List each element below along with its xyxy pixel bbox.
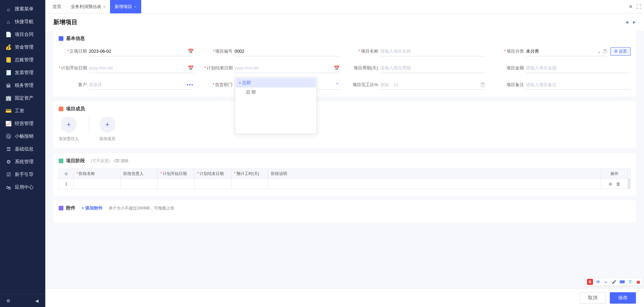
g-icon: Ⓖ	[5, 133, 11, 139]
end-date-input[interactable]	[234, 65, 331, 70]
add-attachment-link[interactable]: + 添加附件	[82, 205, 103, 211]
section-icon	[59, 206, 63, 210]
sidebar-item-project-contract[interactable]: 📄项目合同	[0, 28, 45, 41]
close-icon[interactable]: ×	[103, 5, 105, 9]
sidebar-item-baseinfo[interactable]: ☰基础信息	[0, 143, 45, 156]
tab-profit-estimate[interactable]: 业务利润预估表×	[66, 0, 110, 13]
chevron-down-icon[interactable]: ⌄	[597, 49, 601, 54]
tab-home[interactable]: 首页	[48, 0, 66, 13]
section-icon	[59, 107, 63, 111]
phase-desc-cell[interactable]	[268, 179, 601, 189]
sidebar: ⌕ 搜索菜单 ⌂快捷导航 📄项目合同 💰资金管理 📒总账管理 🧾发票管理 🏛税务…	[0, 0, 45, 307]
home-icon: ⌂	[5, 19, 11, 25]
section-icon	[59, 159, 63, 163]
close-icon[interactable]: ×	[134, 5, 136, 9]
attach-hint: 单个大小不超过200MB，可拖拽上传	[109, 205, 174, 211]
table-gear-icon[interactable]: ⚙	[64, 172, 68, 176]
money-icon: 💰	[5, 44, 11, 50]
sidebar-item-invoice[interactable]: 🧾发票管理	[0, 66, 45, 79]
tax-icon: 🏛	[5, 82, 11, 88]
sidebar-search-label: 搜索菜单	[15, 6, 34, 12]
calendar-icon[interactable]: 📅	[188, 65, 194, 71]
ime-lang-icon[interactable]: 中	[595, 279, 601, 285]
chart-icon: 📈	[5, 121, 11, 127]
phase-end-cell[interactable]	[195, 179, 231, 189]
tabbar: 首页 业务利润预估表× 新增项目× ✕ ⛶	[45, 0, 644, 13]
sidebar-item-ledger[interactable]: 📒总账管理	[0, 54, 45, 66]
section-icon	[59, 36, 63, 41]
amount-input[interactable]	[526, 65, 631, 70]
help-icon[interactable]: ?	[603, 49, 607, 54]
next-icon[interactable]: ▶	[633, 20, 636, 24]
row-index: 1	[59, 179, 74, 189]
help-icon[interactable]: ?	[480, 82, 485, 87]
sidebar-item-guide[interactable]: ☑新手引导	[0, 168, 45, 181]
calendar-icon[interactable]: 📅	[188, 49, 194, 54]
period-input[interactable]	[380, 65, 485, 70]
remark-input[interactable]	[526, 82, 631, 87]
tree-item-root[interactable]: ▾总部	[236, 78, 316, 87]
code-input[interactable]	[234, 49, 339, 54]
sidebar-item-business[interactable]: 📈经营管理	[0, 117, 45, 130]
doc-icon: 📄	[5, 32, 11, 38]
prev-icon[interactable]: ◀	[625, 20, 628, 24]
phases-card: 项目阶段 (可不设置) ⌫ 清除 ⚙ *阶段名称 阶段负责人 *计划开始日期 *…	[53, 153, 636, 196]
sidebar-item-assets[interactable]: 🏢固定资产	[0, 92, 45, 105]
chevron-up-icon[interactable]: ⌃	[335, 82, 339, 87]
date-input[interactable]	[89, 49, 186, 54]
ime-toolbox-icon[interactable]: ▦	[635, 279, 641, 285]
list-icon: ☰	[5, 146, 11, 152]
name-input[interactable]	[380, 49, 485, 54]
add-owner-button[interactable]: +	[61, 117, 77, 133]
sidebar-item-tax[interactable]: 🏛税务管理	[0, 79, 45, 92]
sidebar-item-quicknav[interactable]: ⌂快捷导航	[0, 15, 45, 28]
clear-phases-button[interactable]: ⌫ 清除	[114, 158, 128, 164]
start-date-input[interactable]	[89, 65, 186, 70]
ime-s-icon[interactable]: S	[587, 279, 593, 285]
ime-punct-icon[interactable]: ●₊	[603, 279, 609, 285]
row-add-icon[interactable]: ⊕	[608, 181, 612, 187]
book-icon: 📒	[5, 57, 11, 63]
close-all-icon[interactable]: ✕	[629, 4, 633, 10]
dept-dropdown[interactable]: ▾总部 总 部	[235, 77, 317, 134]
add-owner-label: 添加责任人	[59, 136, 79, 142]
ime-keyboard-icon[interactable]: ⌨	[619, 279, 625, 285]
customer-select[interactable]	[89, 82, 185, 87]
footer-gear-icon[interactable]: ⚙	[5, 298, 11, 304]
row-delete-icon[interactable]: 🗑	[616, 181, 621, 187]
add-member-button[interactable]: +	[99, 117, 115, 133]
building-icon: 🏢	[5, 95, 11, 101]
tree-item-child[interactable]: 总 部	[236, 87, 316, 97]
save-button[interactable]: 保存	[610, 292, 636, 304]
cancel-button[interactable]: 取消	[580, 292, 606, 304]
check-icon: ☑	[5, 172, 11, 178]
footer: 取消 保存	[45, 288, 644, 307]
sidebar-item-salary[interactable]: 💳工资	[0, 105, 45, 117]
table-row[interactable]: 1 ⊕🗑	[59, 179, 631, 189]
card-icon: 💳	[5, 108, 11, 114]
phase-start-cell[interactable]	[158, 179, 195, 189]
ime-mic-icon[interactable]: 🎤	[611, 279, 617, 285]
phase-owner-cell[interactable]	[121, 179, 158, 189]
more-icon[interactable]: •••	[187, 82, 194, 87]
progress-input[interactable]	[380, 82, 479, 87]
calendar-icon[interactable]: 📅	[334, 65, 339, 71]
fullscreen-icon[interactable]: ⛶	[636, 4, 641, 10]
tab-new-project[interactable]: 新增项目×	[110, 0, 141, 13]
sidebar-item-funds[interactable]: 💰资金管理	[0, 41, 45, 54]
page-title: 新增项目	[53, 18, 77, 26]
attachment-card: 附件 + 添加附件 单个大小不超过200MB，可拖拽上传	[53, 200, 636, 223]
receipt-icon: 🧾	[5, 70, 11, 76]
phase-table: ⚙ *阶段名称 阶段负责人 *计划开始日期 *计划结束日期 *预计工时(天) 阶…	[59, 169, 631, 189]
ime-skin-icon[interactable]: 👕	[627, 279, 633, 285]
settings-button[interactable]: ⚙ 设置	[610, 47, 631, 56]
sidebar-item-system[interactable]: ⚙系统管理	[0, 156, 45, 168]
sidebar-search[interactable]: ⌕ 搜索菜单	[0, 3, 45, 15]
phases-hint: (可不设置)	[91, 158, 110, 164]
sidebar-item-apps[interactable]: 🛍应用中心	[0, 181, 45, 194]
phase-name-cell[interactable]	[74, 179, 121, 189]
phase-hours-cell[interactable]	[231, 179, 268, 189]
footer-collapse-icon[interactable]: ◀	[34, 298, 40, 304]
category-select[interactable]	[526, 49, 595, 54]
sidebar-item-expense[interactable]: Ⓖ小畅报销	[0, 130, 45, 143]
